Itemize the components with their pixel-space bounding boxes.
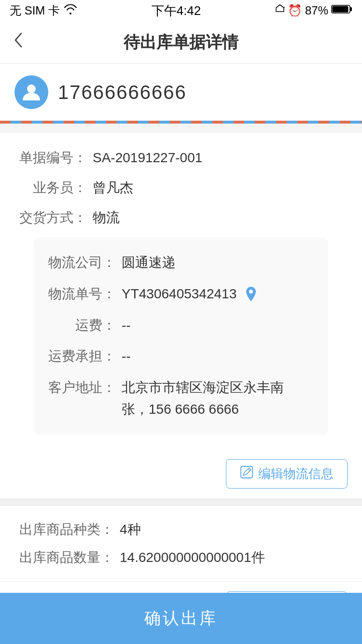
goods-quantity-row: 出库商品数量： 14.620000000000001件 (19, 548, 343, 567)
edit-logistics-button[interactable]: 编辑物流信息 (226, 459, 348, 489)
customer-phone: 17666666666 (58, 82, 187, 103)
order-no-value: SA-20191227-001 (93, 148, 343, 168)
address-row: 客户地址： 北京市市辖区海淀区永丰南 张，156 6666 6666 (48, 377, 314, 420)
customer-header: 17666666666 (0, 64, 362, 121)
freight-bear-label: 运费承担： (48, 346, 116, 367)
svg-rect-5 (241, 466, 252, 478)
svg-point-4 (249, 290, 253, 294)
page-title: 待出库单据详情 (124, 31, 238, 54)
status-bar-time: 下午4:42 (152, 2, 201, 19)
freight-bear-row: 运费承担： -- (48, 346, 314, 367)
goods-section: 出库商品种类： 4种 出库商品数量： 14.620000000000001件 (0, 506, 362, 581)
delivery-label: 交货方式： (19, 208, 87, 228)
no-sim-label: 无 SIM 卡 (10, 3, 60, 18)
freight-bear-value: -- (122, 346, 314, 367)
confirm-btn-area: 确认出库 (0, 593, 362, 644)
dashed-divider (0, 121, 362, 124)
svg-rect-2 (332, 6, 348, 13)
order-no-label: 单据编号： (19, 148, 87, 168)
wifi-icon (64, 4, 77, 17)
svg-rect-1 (350, 7, 352, 11)
status-bar-right: ⏰ 87% (275, 4, 352, 17)
goods-quantity-label: 出库商品数量： (19, 548, 114, 567)
edit-btn-area: 编辑物流信息 (0, 449, 362, 498)
battery-icon (331, 4, 352, 17)
delivery-row: 交货方式： 物流 (19, 208, 343, 228)
status-bar-left: 无 SIM 卡 (10, 3, 77, 18)
staff-label: 业务员： (19, 178, 87, 198)
location-active-icon (275, 4, 285, 17)
edit-logistics-label: 编辑物流信息 (258, 465, 334, 482)
freight-value: -- (122, 315, 314, 336)
edit-icon (240, 465, 253, 482)
svg-point-3 (27, 84, 36, 93)
freight-label: 运费： (48, 315, 116, 336)
logistics-company-label: 物流公司： (48, 252, 116, 274)
delivery-value: 物流 (93, 208, 343, 228)
alarm-icon: ⏰ (288, 4, 302, 17)
freight-row: 运费： -- (48, 315, 314, 336)
section-divider (0, 498, 362, 506)
logistics-tracking-label: 物流单号： (48, 283, 116, 305)
address-value: 北京市市辖区海淀区永丰南 张，156 6666 6666 (122, 377, 314, 420)
tracking-location-icon[interactable] (242, 285, 260, 303)
logistics-company-row: 物流公司： 圆通速递 (48, 252, 314, 274)
battery-percent: 87% (305, 4, 328, 17)
staff-row: 业务员： 曾凡杰 (19, 178, 343, 198)
order-info-section: 单据编号： SA-20191227-001 业务员： 曾凡杰 交货方式： 物流 … (0, 133, 362, 449)
logistics-tracking-row: 物流单号： YT43064053424​13 (48, 283, 314, 305)
address-label: 客户地址： (48, 377, 116, 399)
goods-quantity-value: 14.620000000000001件 (120, 548, 265, 567)
logistics-company-value: 圆通速递 (122, 252, 314, 274)
goods-types-value: 4种 (120, 520, 141, 539)
goods-types-row: 出库商品种类： 4种 (19, 520, 343, 539)
logistics-card: 物流公司： 圆通速递 物流单号： YT43064053424​13 运费： (34, 238, 328, 435)
avatar (14, 75, 48, 109)
confirm-outbound-button[interactable]: 确认出库 (144, 607, 218, 630)
logistics-tracking-value: YT43064053424​13 (122, 283, 314, 305)
status-bar: 无 SIM 卡 下午4:42 ⏰ 87% (0, 0, 362, 21)
back-button[interactable] (12, 29, 25, 55)
goods-types-label: 出库商品种类： (19, 520, 114, 539)
order-no-row: 单据编号： SA-20191227-001 (19, 148, 343, 168)
nav-bar: 待出库单据详情 (0, 21, 362, 64)
staff-value: 曾凡杰 (93, 178, 343, 198)
